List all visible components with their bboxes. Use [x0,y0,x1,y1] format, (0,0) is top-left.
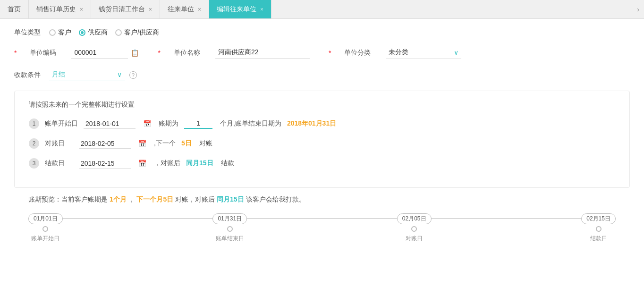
radio-both[interactable]: 客户/供应商 [115,28,159,37]
step-1-period-prefix: 账期为 [159,119,178,128]
unit-name-input[interactable] [215,47,310,59]
unit-cat-label: 单位分类 [344,49,371,57]
step-3-num: 3 [29,158,39,169]
tab-partner-label: 往来单位 [168,5,194,14]
unit-type-row: 单位类型 客户 供应商 客户/供应商 [14,28,630,37]
timeline-dot-0 [42,226,48,232]
unit-code-icon[interactable]: 📋 [131,49,139,57]
timeline-badge-2: 02月05日 [397,213,432,224]
timeline-point-1: 01月31日 账单结束日 [212,213,247,243]
timeline-point-2: 02月05日 对账日 [397,213,432,243]
step-2-highlight: 5日 [181,139,192,148]
payment-dropdown[interactable]: 月结 ∨ [49,68,125,81]
step-3-highlight: 同月15日 [186,159,213,168]
step-2-cal-icon[interactable]: 📅 [138,140,146,147]
main-content: 单位类型 客户 供应商 客户/供应商 * 单位编码 📋 [0,19,644,287]
tab-sales-history[interactable]: 销售订单历史 × [29,0,91,18]
radio-customer-circle [49,29,56,36]
tab-partner[interactable]: 往来单位 × [160,0,209,18]
timeline-dot-2 [411,226,417,232]
payment-help-icon[interactable]: ? [129,71,137,79]
step-2-num: 2 [29,138,39,149]
unit-cat-dropdown[interactable]: 未分类 ∨ [386,46,461,59]
step-1-period-input[interactable] [184,118,212,129]
step-1-end-date: 2018年01月31日 [287,119,336,128]
unit-fields-row: * 单位编码 📋 * 单位名称 * 单位分类 未分类 ∨ [14,46,630,59]
radio-both-circle [115,29,122,36]
timeline-points: 01月01日 账单开始日 01月31日 账单结束日 02月05日 对账日 02月… [28,213,616,243]
timeline-label-3: 结款日 [590,235,607,243]
timeline-dot-1 [227,226,233,232]
unit-name-field: * 单位名称 [158,47,309,59]
step-2-label: 对账日 [45,139,73,148]
radio-supplier-circle [79,29,85,36]
tab-edit-partner[interactable]: 编辑往来单位 × [209,0,271,18]
step-1-row: 1 账单开始日 📅 账期为 个月,账单结束日期为 2018年01月31日 [29,118,615,129]
step-3-row: 3 结款日 📅 ，对账后 同月15日 结款 [29,158,615,169]
tab-cash-close[interactable]: × [149,6,152,13]
timeline-point-0: 01月01日 账单开始日 [28,213,63,243]
tab-partner-close[interactable]: × [198,6,201,13]
step-3-prefix: ，对账后 [154,159,180,168]
step-3-date-input[interactable] [79,159,131,169]
step-1-label: 账单开始日 [45,119,78,128]
preview-sep2: 对账，对账后 [175,195,215,203]
step-3-label: 结款日 [45,159,73,168]
unit-name-label: 单位名称 [174,49,200,57]
timeline-wrapper: 01月01日 账单开始日 01月31日 账单结束日 02月05日 对账日 02月… [28,213,616,242]
preview-part1: 1个月 [110,195,127,203]
step-1-date-input[interactable] [84,119,136,129]
tab-sales-label: 销售订单历史 [36,5,76,14]
unit-code-star: * [14,49,17,57]
tab-sales-close[interactable]: × [80,6,83,13]
step-1-num: 1 [29,118,39,129]
step-3-cal-icon[interactable]: 📅 [138,160,146,167]
preview-prefix: 账期预览：当前客户账期是 [28,195,108,203]
timeline-point-3: 02月15日 结款日 [581,213,616,243]
tab-bar: 首页 销售订单历史 × 钱货日清工作台 × 往来单位 × 编辑往来单位 × › [0,0,644,19]
period-settings-card: 请按照未来的一个完整帐期进行设置 1 账单开始日 📅 账期为 个月,账单结束日期… [14,91,630,188]
radio-customer[interactable]: 客户 [49,28,71,37]
timeline-label-2: 对账日 [406,235,423,243]
step-1-cal-icon[interactable]: 📅 [143,120,151,127]
preview-part2: 下一个月5日 [136,195,173,203]
unit-type-label: 单位类型 [14,28,41,37]
unit-code-input[interactable] [71,47,128,59]
preview-text: 账期预览：当前客户账期是 1个月 ， 下一个月5日 对账，对账后 同月15日 该… [14,195,630,204]
radio-supplier-label: 供应商 [88,28,108,37]
timeline-badge-3: 02月15日 [581,213,616,224]
timeline-badge-0: 01月01日 [28,213,63,224]
tab-cash-label: 钱货日清工作台 [99,5,145,14]
unit-cat-value: 未分类 [389,48,450,57]
timeline-badge-1: 01月31日 [212,213,247,224]
unit-type-radio-group: 客户 供应商 客户/供应商 [49,28,159,37]
radio-both-label: 客户/供应商 [124,28,159,37]
unit-code-label: 单位编码 [30,49,56,57]
unit-cat-star: * [329,49,331,57]
payment-row: 收款条件 月结 ∨ ? [14,68,630,81]
timeline-dot-3 [596,226,602,232]
tab-home-label: 首页 [8,5,21,14]
tab-home[interactable]: 首页 [0,0,29,18]
tab-scroll-arrow[interactable]: › [632,0,644,18]
payment-arrow: ∨ [117,71,122,78]
step-2-prefix: ,下一个 [154,139,176,148]
step-3-suffix: 结款 [221,159,234,168]
radio-customer-label: 客户 [58,28,71,37]
unit-category-field: * 单位分类 未分类 ∨ [329,46,461,59]
timeline-section: 01月01日 账单开始日 01月31日 账单结束日 02月05日 对账日 02月… [14,213,630,256]
radio-supplier[interactable]: 供应商 [79,28,108,37]
unit-code-input-wrapper: 📋 [71,47,139,59]
unit-cat-arrow: ∨ [454,49,458,56]
step-1-unit: 个月,账单结束日期为 [220,119,281,128]
step-2-row: 2 对账日 📅 ,下一个 5日 对账 [29,138,615,149]
tab-edit-close[interactable]: × [260,6,263,13]
payment-label: 收款条件 [14,71,41,79]
timeline-label-0: 账单开始日 [31,235,59,243]
step-2-suffix: 对账 [199,139,212,148]
step-2-date-input[interactable] [79,139,131,149]
timeline-label-1: 账单结束日 [216,235,244,243]
preview-sep1: ， [128,195,135,203]
tab-cash-work[interactable]: 钱货日清工作台 × [91,0,160,18]
preview-part3: 同月15日 [217,195,244,203]
